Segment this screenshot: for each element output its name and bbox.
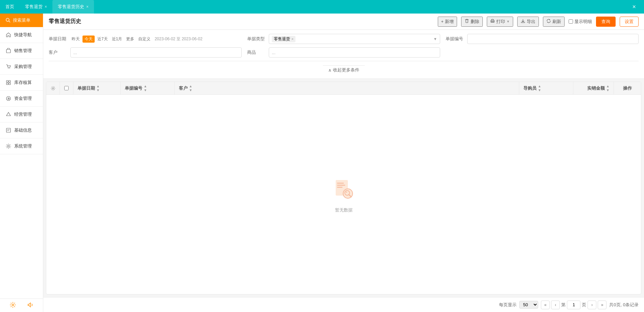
- export-button[interactable]: 导出: [517, 17, 539, 27]
- voucher-type-arrow: ▼: [433, 37, 437, 41]
- settings-button[interactable]: 设置: [620, 17, 639, 27]
- total-info: 共0页, 0条记录: [609, 302, 639, 308]
- new-button-label: 新增: [445, 19, 454, 25]
- query-button[interactable]: 查询: [596, 17, 616, 27]
- tab-home[interactable]: 首页: [0, 0, 20, 14]
- collapse-button[interactable]: ∧ 收起更多条件: [323, 65, 365, 74]
- voucher-type-select[interactable]: 零售退货 × ▼: [269, 34, 440, 44]
- th-date-sort[interactable]: ▲▼: [96, 84, 100, 92]
- next-page-button[interactable]: ›: [588, 300, 596, 309]
- filter-row-1: 单据日期 昨天 今天 近7天 近1月 更多 自定义 2023-06-02 至 2…: [49, 34, 639, 44]
- th-date-label: 单据日期: [77, 85, 95, 91]
- th-op: 操作: [614, 82, 641, 94]
- th-customer-sort[interactable]: ▲▼: [189, 84, 192, 92]
- print-dropdown-icon: ▼: [506, 20, 510, 23]
- system-icon: [5, 143, 11, 149]
- svg-rect-8: [9, 83, 10, 85]
- svg-point-0: [6, 18, 9, 21]
- tab-retail-return-history[interactable]: 零售退货历史 ×: [52, 0, 94, 14]
- sales-icon: [5, 48, 11, 54]
- sidebar-item-system[interactable]: 系统管理: [0, 138, 43, 154]
- page-header: 零售退货历史 + 新增 删除 打印 ▼: [43, 14, 644, 30]
- svg-rect-18: [337, 185, 345, 186]
- th-guide-sort[interactable]: ▲▼: [538, 84, 541, 92]
- sidebar-item-home[interactable]: 快捷导航: [0, 27, 43, 43]
- th-check[interactable]: [60, 82, 73, 94]
- last-page-button[interactable]: »: [598, 300, 606, 309]
- chevron-up-icon: ∧: [328, 68, 332, 73]
- voucher-type-tag-text: 零售退货: [274, 36, 290, 42]
- show-detail-checkbox[interactable]: 显示明细: [569, 19, 592, 25]
- date-opt-today[interactable]: 今天: [82, 36, 95, 43]
- tab-retail-return-history-close[interactable]: ×: [86, 4, 89, 9]
- customer-select[interactable]: ...: [70, 47, 242, 58]
- tab-list: 首页 零售退货 × 零售退货历史 ×: [0, 0, 629, 14]
- tab-retail-return[interactable]: 零售退货 ×: [20, 0, 52, 14]
- voucher-type-tag-close[interactable]: ×: [291, 37, 293, 41]
- window-close-button[interactable]: ×: [629, 3, 639, 10]
- new-button[interactable]: + 新增: [438, 17, 457, 27]
- delete-icon: [464, 19, 469, 24]
- date-opt-1month[interactable]: 近1月: [111, 36, 124, 43]
- inventory-icon: [5, 80, 11, 86]
- sidebar-item-finance[interactable]: 资金管理: [0, 91, 43, 107]
- settings-footer-button[interactable]: [10, 302, 16, 309]
- delete-button-label: 删除: [471, 19, 479, 25]
- customer-filter-label: 客户: [49, 49, 68, 55]
- sidebar-item-inventory[interactable]: 库存核算: [0, 75, 43, 91]
- svg-rect-19: [337, 187, 342, 188]
- page-size-select[interactable]: 50 20 100: [519, 301, 538, 309]
- refresh-button[interactable]: 刷新: [543, 17, 565, 27]
- print-button[interactable]: 打印 ▼: [487, 17, 513, 27]
- date-filter-item: 单据日期 昨天 今天 近7天 近1月 更多 自定义 2023-06-02 至 2…: [49, 36, 242, 43]
- svg-line-1: [9, 21, 10, 22]
- delete-button[interactable]: 删除: [461, 17, 483, 27]
- page-info-text: 第: [561, 302, 566, 308]
- finance-icon: [5, 95, 11, 102]
- sidebar-item-system-label: 系统管理: [14, 143, 32, 149]
- sidebar-item-finance-label: 资金管理: [14, 95, 32, 102]
- svg-point-23: [346, 192, 347, 193]
- search-menu-button[interactable]: 搜索菜单: [0, 14, 43, 27]
- sidebar-item-purchase[interactable]: 采购管理: [0, 59, 43, 75]
- first-page-button[interactable]: «: [541, 300, 550, 309]
- refresh-button-label: 刷新: [552, 19, 561, 25]
- svg-rect-17: [337, 183, 344, 184]
- th-guide: 导购员 ▲▼: [519, 82, 573, 94]
- svg-rect-14: [492, 21, 494, 22]
- date-opt-7days[interactable]: 近7天: [96, 36, 109, 43]
- th-amount-sort[interactable]: ▲▼: [606, 84, 610, 92]
- prev-page-button[interactable]: ‹: [551, 300, 560, 309]
- date-opt-yesterday[interactable]: 昨天: [70, 36, 81, 43]
- sidebar-item-sales-label: 销售管理: [14, 48, 32, 54]
- top-bar-right: ×: [629, 3, 644, 10]
- sidebar-nav: 快捷导航 销售管理 采购管理 库存核算: [0, 27, 43, 298]
- th-num-sort[interactable]: ▲▼: [144, 84, 147, 92]
- th-settings[interactable]: [46, 82, 60, 94]
- sidebar-item-basic[interactable]: 基础信息: [0, 122, 43, 138]
- goods-select[interactable]: ...: [269, 47, 440, 58]
- page-number-input[interactable]: [567, 300, 580, 309]
- sidebar-item-operation-label: 经营管理: [14, 111, 32, 117]
- th-amount: 实销金额 ▲▼: [573, 82, 614, 94]
- th-op-label: 操作: [623, 85, 632, 91]
- th-amount-label: 实销金额: [587, 85, 605, 91]
- date-opt-custom[interactable]: 自定义: [137, 36, 152, 43]
- sidebar-item-operation[interactable]: 经营管理: [0, 107, 43, 122]
- volume-footer-button[interactable]: [27, 302, 33, 309]
- tab-retail-return-close[interactable]: ×: [45, 4, 47, 9]
- sidebar-item-sales[interactable]: 销售管理: [0, 43, 43, 59]
- voucher-num-input[interactable]: [467, 34, 639, 44]
- show-detail-input[interactable]: [569, 19, 573, 24]
- export-icon: [521, 19, 525, 24]
- th-customer: 客户 ▲▼: [175, 82, 519, 94]
- page-label: 页: [582, 302, 586, 308]
- select-all-checkbox[interactable]: [64, 86, 69, 90]
- th-num: 单据编号 ▲▼: [121, 82, 175, 94]
- home-icon: [5, 32, 11, 38]
- basic-icon: [5, 127, 11, 133]
- th-num-label: 单据编号: [125, 85, 142, 91]
- empty-state: 暂无数据: [46, 95, 641, 294]
- svg-rect-7: [6, 83, 8, 85]
- date-opt-more[interactable]: 更多: [125, 36, 136, 43]
